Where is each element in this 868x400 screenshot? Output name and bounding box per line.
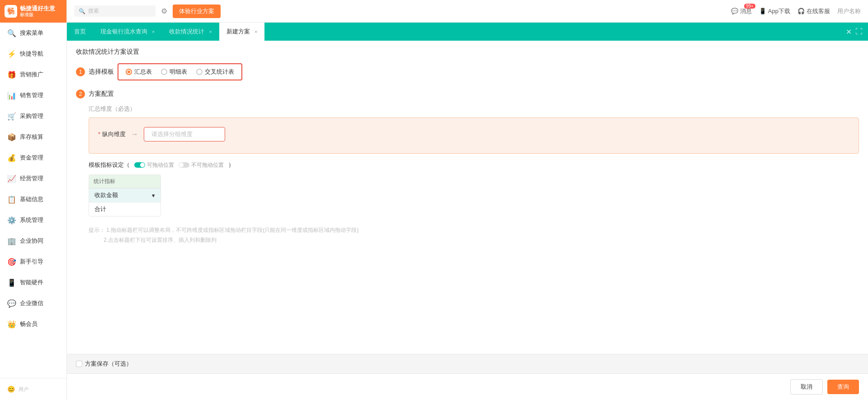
download-button[interactable]: 📱 App下载 — [759, 7, 790, 15]
tabbar-actions: ✕ ⛶ — [846, 28, 868, 36]
sidebar-icon-12: 📱 — [7, 278, 16, 287]
tip2: 2.点击标题栏下拉可设置排序、插入列和删除列 — [89, 235, 859, 245]
indicator-header: 模板指标设定（ 可拖动位置 不可拖 — [89, 161, 859, 169]
dimension-section-label: 汇总维度（必选） — [89, 105, 859, 113]
indicator-setting: 模板指标设定（ 可拖动位置 不可拖 — [89, 161, 859, 245]
dimension-area: * 纵向维度 → 请选择分组维度 — [89, 118, 859, 154]
sidebar-icon-2: 🎁 — [7, 71, 16, 79]
sidebar-icon-11: 🎯 — [7, 258, 16, 266]
tab-close-2[interactable]: × — [209, 29, 212, 34]
template-option-2[interactable]: 交叉统计表 — [196, 68, 234, 76]
tab-label-2: 收款情况统计 — [169, 28, 204, 36]
sidebar-icon-3: 📊 — [7, 91, 16, 100]
sidebar-item-0[interactable]: 🔍搜索菜单 — [0, 23, 66, 43]
sidebar-label-9: 系统管理 — [20, 216, 43, 224]
sidebar-label-7: 经营管理 — [20, 174, 43, 183]
not-draggable-toggle[interactable]: 不可拖动位置 — [179, 161, 224, 169]
tab-close-1[interactable]: × — [152, 29, 155, 34]
sidebar-item-3[interactable]: 📊销售管理 — [0, 85, 66, 106]
tab-close-3[interactable]: × — [255, 29, 257, 34]
toggle-box-off[interactable] — [179, 162, 189, 168]
tip1-text: 1.拖动标题栏可以调整布局，不可跨维度或指标区域拖动栏目字段(只能在同一维度或指… — [106, 227, 359, 233]
sidebar-item-12[interactable]: 📱智能硬件 — [0, 272, 66, 293]
section-config: 2 方案配置 汇总维度（必选） * 纵向维度 → 请选择分 — [76, 89, 859, 245]
sidebar-item-10[interactable]: 🏢企业协同 — [0, 231, 66, 251]
sidebar-item-14[interactable]: 👑畅会员 — [0, 314, 66, 334]
sidebar-icon-13: 💬 — [7, 299, 16, 308]
toggle-knob — [140, 163, 145, 167]
step1-title: 选择模板 — [89, 68, 114, 76]
tab-label-0: 首页 — [74, 28, 86, 36]
sidebar-label-0: 搜索菜单 — [20, 29, 43, 37]
bottom-action-bar: 取消 查询 — [67, 373, 868, 400]
user-name[interactable]: 用户名称 — [837, 7, 861, 15]
sidebar-icon-6: 💰 — [7, 154, 16, 162]
sidebar-label-4: 采购管理 — [20, 112, 43, 120]
sidebar-label-5: 库存核算 — [20, 133, 43, 141]
save-checkbox-area[interactable]: 方案保存（可选） — [76, 360, 132, 368]
tab-3[interactable]: 新建方案× — [219, 23, 264, 41]
dimension-row: * 纵向维度 → 请选择分组维度 — [98, 127, 849, 141]
sidebar-icon-8: 📋 — [7, 195, 16, 204]
sidebar-item-8[interactable]: 📋基础信息 — [0, 189, 66, 210]
fullscreen-icon[interactable]: ⛶ — [855, 28, 863, 36]
sidebar-item-4[interactable]: 🛒采购管理 — [0, 106, 66, 127]
sidebar-bottom-item[interactable]: 😊 用户 — [0, 382, 66, 396]
tab-1[interactable]: 现金银行流水查询× — [93, 23, 162, 41]
tab-label-3: 新建方案 — [226, 28, 250, 36]
draggable-label: 可拖动位置 — [147, 161, 174, 169]
dim-select-input[interactable]: 请选择分组维度 — [144, 127, 225, 141]
draggable-toggle[interactable]: 可拖动位置 — [134, 161, 174, 169]
sidebar-item-6[interactable]: 💰资金管理 — [0, 147, 66, 168]
trial-button[interactable]: 体验行业方案 — [173, 5, 221, 18]
search-bar[interactable]: 🔍 搜索 — [74, 5, 156, 17]
template-option-1[interactable]: 明细表 — [161, 68, 187, 76]
save-checkbox[interactable] — [76, 361, 82, 367]
content-area: 收款情况统计方案设置 1 选择模板 汇总表明细表交叉统计表 2 方案配置 — [67, 41, 868, 354]
sidebar-label-14: 畅会员 — [20, 320, 38, 328]
sidebar-item-13[interactable]: 💬企业微信 — [0, 293, 66, 314]
download-label: App下载 — [768, 7, 790, 15]
close-window-icon[interactable]: ✕ — [846, 28, 852, 36]
service-button[interactable]: 🎧 在线客服 — [797, 7, 830, 15]
step2-number: 2 — [76, 89, 85, 99]
sidebar-item-9[interactable]: ⚙️系统管理 — [0, 210, 66, 231]
sidebar-item-1[interactable]: ⚡快捷导航 — [0, 43, 66, 64]
sidebar: 畅 畅捷通好生意 标准版 🔍搜索菜单⚡快捷导航🎁营销推广📊销售管理🛒采购管理📦库… — [0, 0, 67, 400]
message-button[interactable]: 💬 消息 99+ — [731, 7, 752, 15]
header: 🔍 搜索 ⚙ 体验行业方案 💬 消息 99+ 📱 App下载 🎧 在线客服 用户… — [67, 0, 868, 23]
sidebar-icon-5: 📦 — [7, 133, 16, 141]
sidebar-item-7[interactable]: 📈经营管理 — [0, 168, 66, 189]
tip-label: 提示： — [89, 227, 105, 233]
sidebar-icon-7: 📈 — [7, 174, 16, 183]
sidebar-item-2[interactable]: 🎁营销推广 — [0, 64, 66, 85]
logo-text: 畅捷通好生意 标准版 — [20, 5, 55, 18]
indicator-col-header: 收款金额 ▾ — [89, 188, 160, 202]
query-button[interactable]: 查询 — [827, 380, 859, 394]
tab-0[interactable]: 首页 — [67, 23, 93, 41]
download-icon: 📱 — [759, 8, 766, 14]
toggle-box-on[interactable] — [134, 162, 145, 168]
logo: 畅 畅捷通好生意 标准版 — [0, 0, 66, 23]
template-select-box: 汇总表明细表交叉统计表 — [118, 63, 242, 80]
section1-header: 1 选择模板 汇总表明细表交叉统计表 — [76, 63, 859, 80]
sidebar-item-5[interactable]: 📦库存核算 — [0, 127, 66, 147]
sidebar-bottom: 😊 用户 — [0, 378, 66, 400]
sidebar-icon-14: 👑 — [7, 320, 16, 329]
sidebar-label-11: 新手引导 — [20, 258, 43, 266]
sidebar-label-13: 企业微信 — [20, 299, 43, 307]
main: 🔍 搜索 ⚙ 体验行业方案 💬 消息 99+ 📱 App下载 🎧 在线客服 用户… — [67, 0, 868, 400]
tips-area: 提示： 1.拖动标题栏可以调整布局，不可跨维度或指标区域拖动栏目字段(只能在同一… — [89, 226, 859, 245]
sidebar-label-2: 营销推广 — [20, 71, 43, 79]
settings-icon[interactable]: ⚙ — [161, 7, 167, 15]
sidebar-label-8: 基础信息 — [20, 195, 43, 203]
logo-icon: 畅 — [5, 5, 17, 18]
cancel-button[interactable]: 取消 — [790, 379, 823, 395]
sidebar-item-11[interactable]: 🎯新手引导 — [0, 251, 66, 272]
template-option-0[interactable]: 汇总表 — [126, 68, 152, 76]
tab-label-1: 现金银行流水查询 — [100, 28, 147, 36]
breadcrumb: 收款情况统计方案设置 — [76, 48, 859, 56]
indicator-label: 模板指标设定（ — [89, 161, 130, 169]
tab-2[interactable]: 收款情况统计× — [162, 23, 219, 41]
col1-dropdown-icon[interactable]: ▾ — [152, 192, 155, 199]
